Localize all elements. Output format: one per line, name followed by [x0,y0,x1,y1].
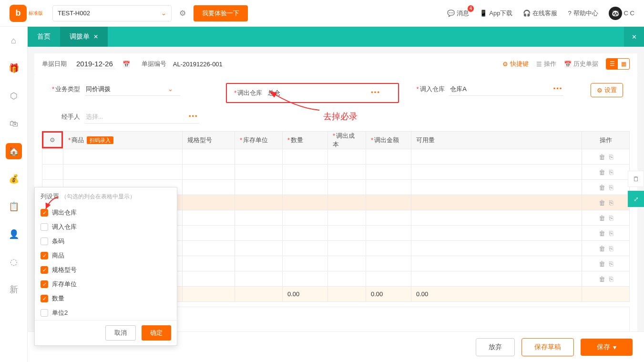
table-row[interactable]: 🗑⎘ [42,149,630,165]
app-download-link[interactable]: 📱 App下载 [480,9,512,18]
messages-badge: 4 [468,5,474,12]
nav-clipboard-icon[interactable]: 📋 [6,198,22,215]
annotation-arrow-icon [42,195,61,214]
handler-field[interactable]: 经手人 选择...••• [49,111,220,124]
column-option[interactable]: 条码 [41,234,171,248]
column-option[interactable]: 调入仓库 [41,220,171,234]
more-icon[interactable]: ••• [371,89,380,96]
messages-link[interactable]: 💬 消息 4 [447,9,469,18]
operate-link[interactable]: ☰操作 [536,60,556,68]
copy-icon[interactable]: ⎘ [609,214,613,222]
side-expand-icon[interactable]: ⤢ [628,191,644,207]
gear-icon[interactable]: ⚙ [179,9,186,18]
col-cost: *调出成本 [328,132,366,149]
more-icon[interactable]: ••• [553,85,563,92]
delete-icon[interactable]: 🗑 [599,229,605,237]
copy-icon[interactable]: ⎘ [609,245,613,252]
scan-button[interactable]: 扫码录入 [87,136,113,144]
list-view-icon[interactable]: ☰ [606,59,618,69]
nav-contact-icon[interactable]: 👤 [6,226,22,242]
checkbox-icon[interactable]: ✓ [41,252,48,259]
biztype-field[interactable]: *业务类型 同价调拨⌄ [49,83,212,96]
column-option[interactable]: 单位2 [41,306,171,320]
shortcut-link[interactable]: ⚙快捷键 [502,60,529,68]
nav-new-icon[interactable]: 新 [6,281,22,298]
online-service-link[interactable]: 🎧 在线客服 [523,9,557,18]
delete-icon[interactable]: 🗑 [599,168,605,176]
side-float: 🗒 ⤢ [628,171,644,207]
logo-subtitle: 标准版 [29,10,43,17]
col-op: 操作 [582,132,630,149]
gear-icon: ⚙ [502,61,508,68]
copy-icon[interactable]: ⎘ [609,260,613,268]
copy-icon[interactable]: ⎘ [609,229,613,237]
date-value[interactable]: 2019-12-26 [73,59,116,69]
column-option[interactable]: ✓数量 [41,291,171,306]
delete-icon[interactable]: 🗑 [599,275,605,283]
sum-avail: 0.00 [411,287,582,302]
save-draft-button[interactable]: 保存草稿 [521,338,574,356]
delete-icon[interactable]: 🗑 [599,184,605,191]
sum-amount: 0.00 [366,287,411,302]
trial-button[interactable]: 我要体验一下 [194,5,248,21]
checkbox-icon[interactable] [41,223,48,231]
copy-icon[interactable]: ⎘ [609,275,613,283]
nav-gift-icon[interactable]: 🎁 [6,60,22,76]
view-toggle[interactable]: ☰ ▦ [606,58,630,70]
more-icon[interactable]: ••• [189,113,198,120]
column-option[interactable]: ✓规格型号 [41,263,171,277]
close-icon[interactable]: ✕ [93,33,98,40]
tab-transfer[interactable]: 调拨单 ✕ [60,27,108,47]
popover-ok-button[interactable]: 确定 [142,325,171,341]
col-product: *商品扫码录入 [63,132,183,149]
user-menu[interactable]: 🐼 C C [609,7,634,20]
settings-button[interactable]: ⚙设置 [591,83,623,97]
gear-icon: ⚙ [597,87,603,94]
checkbox-icon[interactable] [41,238,48,245]
help-center-link[interactable]: ? 帮助中心 [568,9,598,18]
grid-view-icon[interactable]: ▦ [618,59,629,69]
side-note-icon[interactable]: 🗒 [628,171,644,187]
in-warehouse-field[interactable]: *调入仓库 仓库A••• [413,83,576,96]
delete-icon[interactable]: 🗑 [599,199,605,207]
copy-icon[interactable]: ⎘ [609,184,613,191]
copy-icon[interactable]: ⎘ [609,153,613,161]
chevron-down-icon: ⌄ [161,10,166,17]
popover-cancel-button[interactable]: 取消 [105,325,136,341]
table-row[interactable]: 🗑⎘ [42,165,630,180]
nav-bag-icon[interactable]: 🛍 [6,115,22,132]
col-spec: 规格型号 [183,132,235,149]
delete-icon[interactable]: 🗑 [599,153,605,161]
nav-tag-icon[interactable]: ⬡ [6,88,22,104]
history-link[interactable]: 📅历史单据 [564,60,598,68]
checkbox-icon[interactable] [41,309,48,317]
avatar-icon: 🐼 [609,7,622,20]
nav-home-icon[interactable]: ⌂ [6,32,22,49]
save-button[interactable]: 保存▾ [581,339,633,356]
calendar-icon[interactable]: 📅 [123,61,130,68]
delete-icon[interactable]: 🗑 [599,260,605,268]
column-settings-button[interactable]: ⚙ [42,131,63,148]
out-warehouse-field[interactable]: *调出仓库 总仓••• [226,83,399,103]
chevron-down-icon: ⌄ [168,85,173,93]
close-all-tabs[interactable]: ✕ [624,27,644,47]
nav-money-icon[interactable]: 💰 [6,171,22,187]
copy-icon[interactable]: ⎘ [609,199,613,207]
delete-icon[interactable]: 🗑 [599,245,605,252]
tab-home[interactable]: 首页 [28,27,60,47]
nav-sync-icon[interactable]: ◌ [6,254,22,270]
org-selector[interactable]: TEST-H002 ⌄ [52,5,172,21]
column-option[interactable]: ✓商品 [41,248,171,263]
logo-icon: b [10,5,27,22]
discard-button[interactable]: 放弃 [476,338,515,356]
checkbox-icon[interactable]: ✓ [41,280,48,288]
nav-warehouse-icon[interactable]: 🏠 [6,143,22,159]
delete-icon[interactable]: 🗑 [599,214,605,222]
copy-icon[interactable]: ⎘ [609,168,613,176]
checkbox-icon[interactable]: ✓ [41,295,48,302]
docno-value: AL-20191226-001 [173,61,223,68]
checkbox-icon[interactable]: ✓ [41,266,48,274]
popover-list[interactable]: ✓调出仓库调入仓库条码✓商品✓规格型号✓库存单位✓数量单位2 [35,206,177,320]
left-nav: ⌂ 🎁 ⬡ 🛍 🏠 💰 📋 👤 ◌ 新 [0,27,28,362]
column-option[interactable]: ✓库存单位 [41,277,171,291]
